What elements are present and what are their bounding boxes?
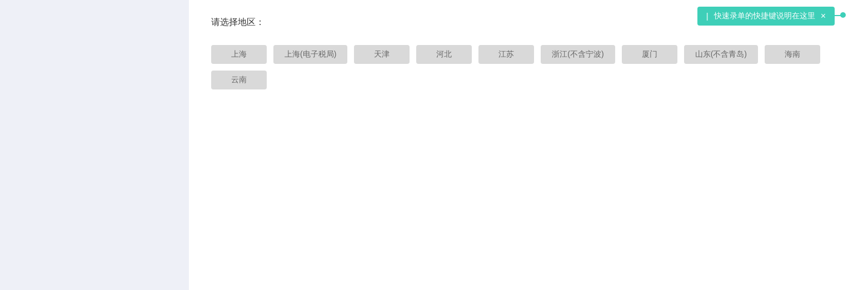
tooltip-text: 快速录单的快捷键说明在这里: [714, 11, 815, 21]
region-button-4[interactable]: 江苏: [478, 45, 534, 64]
region-button-1[interactable]: 上海(电子税局): [273, 45, 347, 64]
region-button-0[interactable]: 上海: [211, 45, 267, 64]
region-button-9[interactable]: 云南: [211, 71, 267, 89]
region-button-5[interactable]: 浙江(不含宁波): [541, 45, 615, 64]
tooltip-close-button[interactable]: ×: [821, 12, 826, 21]
tooltip-connector-dot: [840, 12, 846, 18]
region-button-6[interactable]: 厦门: [622, 45, 677, 64]
main-content: 请选择地区： 上海上海(电子税局)天津河北江苏浙江(不含宁波)厦门山东(不含青岛…: [189, 0, 868, 290]
region-button-7[interactable]: 山东(不含青岛): [684, 45, 758, 64]
region-button-2[interactable]: 天津: [354, 45, 410, 64]
tooltip-bubble: 快速录单的快捷键说明在这里 ×: [697, 7, 835, 26]
sidebar: [0, 0, 189, 290]
region-buttons: 上海上海(电子税局)天津河北江苏浙江(不含宁波)厦门山东(不含青岛)海南云南: [211, 45, 846, 89]
region-button-3[interactable]: 河北: [416, 45, 472, 64]
region-button-8[interactable]: 海南: [765, 45, 820, 64]
